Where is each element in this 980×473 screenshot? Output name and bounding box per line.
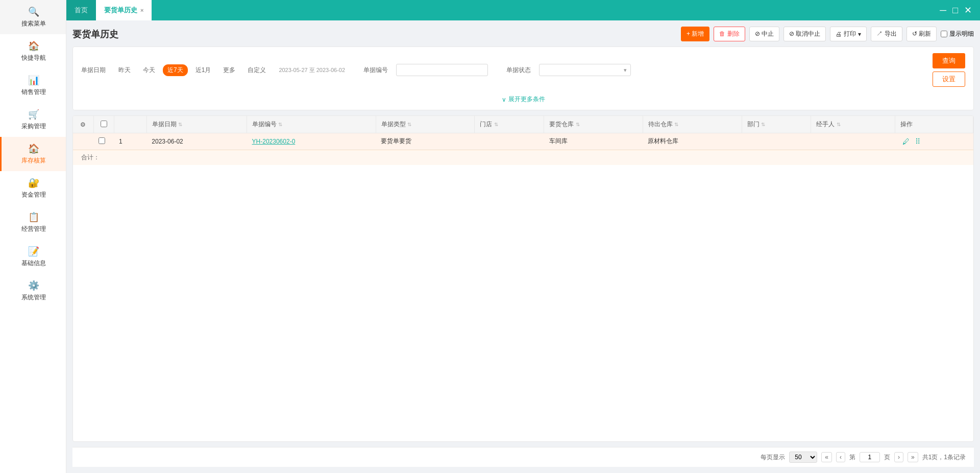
- tab-active[interactable]: 要货单历史 ×: [96, 0, 152, 20]
- refresh-button[interactable]: ↺ 刷新: [906, 27, 937, 41]
- status-select[interactable]: [539, 64, 631, 76]
- sort-store-icon: ⇅: [494, 122, 498, 127]
- sidebar-item-shortcut[interactable]: 🏠 快捷导航: [0, 34, 66, 68]
- date-btn-1month[interactable]: 近1月: [191, 64, 216, 76]
- row-more-icon[interactable]: ⠿: [913, 136, 922, 147]
- th-store[interactable]: 门店 ⇅: [475, 116, 544, 133]
- sort-doc-no-icon: ⇅: [278, 122, 282, 127]
- row-doc-date: 2023-06-02: [146, 133, 247, 150]
- delete-button[interactable]: 🗑 删除: [714, 27, 745, 41]
- sidebar-item-purchase[interactable]: 🛒 采购管理: [0, 103, 66, 137]
- print-button[interactable]: 🖨 打印 ▾: [830, 27, 867, 41]
- sidebar-item-sales[interactable]: 📊 销售管理: [0, 68, 66, 103]
- date-btn-today[interactable]: 今天: [138, 64, 160, 76]
- window-minimize-icon[interactable]: ─: [940, 5, 946, 16]
- page-title: 要货单历史: [72, 28, 118, 40]
- date-filter-btns: 昨天 今天 近7天 近1月 更多 自定义: [114, 64, 271, 76]
- pagination-next-btn[interactable]: ›: [894, 452, 903, 462]
- show-detail-label: 显示明细: [941, 30, 974, 38]
- content: 要货单历史 + 新增 🗑 删除 ⊘ 中止 ⊘ 取消中止 🖨 打印 ▾ ↗ 导出 …: [66, 20, 980, 473]
- th-req-warehouse[interactable]: 要货仓库 ⇅: [544, 116, 643, 133]
- doc-no-input[interactable]: [396, 64, 488, 76]
- date-btn-custom[interactable]: 自定义: [243, 64, 271, 76]
- chevron-down-icon: ∨: [502, 96, 506, 103]
- row-actions: 🖊 ⠿: [895, 133, 973, 150]
- sidebar-item-label-system: 系统管理: [21, 293, 46, 302]
- sidebar-item-search[interactable]: 🔍 搜索菜单: [0, 0, 66, 34]
- row-checkbox: [93, 133, 114, 150]
- th-actions: 操作: [895, 116, 973, 133]
- row-store: [475, 133, 544, 150]
- doc-no-filter-label: 单据编号: [363, 66, 388, 75]
- sidebar-item-label-inventory: 库存核算: [21, 156, 46, 165]
- total-info: 共1页，1条记录: [922, 453, 966, 462]
- sidebar-item-label-basic: 基础信息: [21, 259, 46, 268]
- th-doc-type[interactable]: 单据类型 ⇅: [376, 116, 475, 133]
- sidebar-item-label-operations: 经营管理: [21, 225, 46, 233]
- select-all-checkbox[interactable]: [101, 121, 107, 127]
- th-doc-date[interactable]: 单据日期 ⇅: [146, 116, 247, 133]
- sidebar-item-finance[interactable]: 🔐 资金管理: [0, 171, 66, 205]
- sidebar-item-label-search: 搜索菜单: [21, 19, 46, 28]
- sort-doc-type-icon: ⇅: [407, 122, 411, 127]
- show-detail-checkbox[interactable]: [941, 31, 947, 37]
- date-btn-yesterday[interactable]: 昨天: [114, 64, 135, 76]
- sidebar-item-system[interactable]: ⚙️ 系统管理: [0, 274, 66, 308]
- filter-actions: 查询 设置: [933, 53, 965, 87]
- row-doc-no[interactable]: YH-20230602-0: [247, 133, 376, 150]
- page-input[interactable]: [860, 452, 880, 462]
- th-settings[interactable]: ⚙: [73, 116, 93, 133]
- row-index: 1: [114, 133, 146, 150]
- sidebar-item-basic[interactable]: 📝 基础信息: [0, 240, 66, 274]
- status-select-wrap: [539, 64, 631, 76]
- th-index: [114, 116, 146, 133]
- date-filter-label: 单据日期: [81, 66, 106, 75]
- th-department[interactable]: 部门 ⇅: [742, 116, 811, 133]
- table-area: ⚙ 单据日期 ⇅ 单据编号 ⇅: [72, 115, 974, 442]
- window-close-icon[interactable]: ✕: [964, 5, 972, 16]
- system-icon: ⚙️: [28, 280, 39, 291]
- query-button[interactable]: 查询: [933, 53, 965, 68]
- stop-button[interactable]: ⊘ 中止: [749, 27, 779, 41]
- date-btn-more[interactable]: 更多: [218, 64, 240, 76]
- main-table: ⚙ 单据日期 ⇅ 单据编号 ⇅: [73, 116, 973, 150]
- date-btn-7days[interactable]: 近7天: [163, 64, 188, 76]
- main-area: 首页 要货单历史 × ─ □ ✕ 要货单历史 + 新增 🗑 删除 ⊘ 中止 ⊘ …: [66, 0, 980, 473]
- new-button[interactable]: + 新增: [681, 27, 709, 41]
- per-page-select[interactable]: 50 100: [789, 452, 817, 463]
- sort-doc-date-icon: ⇅: [178, 122, 182, 127]
- pagination-bar: 每页显示 50 100 « ‹ 第 页 › » 共1页，1条记录: [72, 447, 974, 467]
- page-label: 第: [849, 453, 855, 462]
- date-range-display: 2023-05-27 至 2023-06-02: [279, 66, 345, 74]
- sort-pending-warehouse-icon: ⇅: [674, 122, 678, 127]
- sales-icon: 📊: [28, 75, 39, 86]
- row-req-warehouse: 车间库: [544, 133, 643, 150]
- tab-close-icon[interactable]: ×: [140, 7, 143, 13]
- th-pending-warehouse[interactable]: 待出仓库 ⇅: [643, 116, 742, 133]
- th-handler[interactable]: 经手人 ⇅: [811, 116, 895, 133]
- print-dropdown-icon: ▾: [858, 31, 861, 38]
- tab-home[interactable]: 首页: [66, 0, 96, 20]
- table-header-row: ⚙ 单据日期 ⇅ 单据编号 ⇅: [73, 116, 973, 133]
- sidebar-item-operations[interactable]: 📋 经营管理: [0, 205, 66, 240]
- pagination-first-btn[interactable]: «: [821, 452, 832, 462]
- print-icon: 🖨: [836, 31, 842, 38]
- sidebar-item-label-finance: 资金管理: [21, 191, 46, 199]
- table-row: 1 2023-06-02 YH-20230602-0 要货单要货 车间库 原材料…: [73, 133, 973, 150]
- cancel-stop-button[interactable]: ⊘ 取消中止: [783, 27, 826, 41]
- row-select-checkbox[interactable]: [99, 137, 105, 144]
- sidebar-item-label-sales: 销售管理: [21, 88, 46, 97]
- row-edit-icon[interactable]: 🖊: [900, 136, 912, 147]
- window-maximize-icon[interactable]: □: [952, 5, 958, 16]
- tab-home-label: 首页: [75, 6, 88, 15]
- toolbar: + 新增 🗑 删除 ⊘ 中止 ⊘ 取消中止 🖨 打印 ▾ ↗ 导出 ↺ 刷新 显…: [681, 27, 974, 41]
- expand-filter-btn[interactable]: ∨ 展开更多条件: [502, 95, 545, 104]
- export-button[interactable]: ↗ 导出: [871, 27, 902, 41]
- finance-icon: 🔐: [28, 177, 39, 188]
- setting-button[interactable]: 设置: [933, 72, 965, 87]
- pagination-prev-btn[interactable]: ‹: [836, 452, 845, 462]
- pagination-last-btn[interactable]: »: [908, 452, 918, 462]
- sidebar-item-inventory[interactable]: 🏠 库存核算: [0, 137, 66, 171]
- inventory-icon: 🏠: [28, 143, 39, 154]
- th-doc-no[interactable]: 单据编号 ⇅: [247, 116, 376, 133]
